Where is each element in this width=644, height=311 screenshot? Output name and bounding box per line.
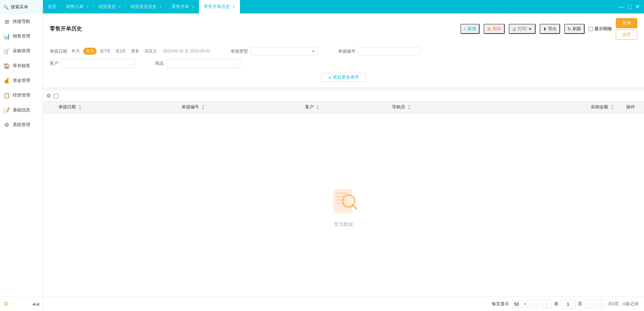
delete-icon: 🗑	[487, 27, 491, 32]
display-detail-label: 显示明细	[594, 26, 612, 32]
shortcut-last-month[interactable]: 近1月	[114, 48, 128, 55]
collapse-label: 收起更多条件	[333, 74, 359, 80]
customer-ellipsis-icon[interactable]: ...	[128, 60, 132, 66]
sidebar-item-label: 系统管理	[13, 122, 30, 128]
tab-bar-actions: — □ ✕	[614, 3, 644, 10]
sidebar-item-operations[interactable]: 📋 经营管理	[0, 88, 43, 103]
refresh-icon: ↻	[567, 27, 571, 32]
tab-sales-return[interactable]: 销货退货 ×	[94, 0, 126, 13]
shortcut-yesterday[interactable]: 昨天	[70, 48, 82, 55]
query-set-buttons: 查询 设置	[616, 18, 637, 40]
col-salesperson-sort[interactable]: ▲▼	[408, 104, 411, 110]
print-dropdown-icon: ▼	[528, 27, 532, 32]
page-size-wrapper: 20 50 100 ▼	[512, 301, 529, 308]
tab-retail-open-history[interactable]: 零售开单历史 ×	[199, 0, 240, 13]
doc-type-select[interactable]	[251, 47, 318, 55]
tab-sales-return-close[interactable]: ×	[118, 4, 121, 9]
customer-input-wrapper[interactable]: ...	[61, 59, 135, 68]
sidebar-search-btn[interactable]: 🔍 搜索采单	[0, 0, 43, 14]
col-amount-label: 实销金额	[591, 104, 608, 109]
delete-button[interactable]: 🗑 删除	[484, 24, 505, 34]
tab-sales-return-history[interactable]: 销货退货历史 ×	[126, 0, 167, 13]
page-size-select[interactable]: 20 50 100	[512, 301, 529, 308]
sidebar-bottom: ⚙ ◀◀	[0, 297, 43, 311]
filter-product: 商品 ...	[155, 59, 240, 68]
sidebar-item-purchase-mgmt[interactable]: 🛒 采购管理	[0, 44, 43, 58]
filter-area: 单据日期 昨天 今天 近7天 近1月 更多 自定义 2023-06-02 至 2…	[50, 44, 637, 88]
collapse-sidebar-icon[interactable]: ◀◀	[32, 301, 39, 307]
col-salesperson[interactable]: 导购员 ▲▼	[389, 101, 494, 113]
svg-rect-5	[336, 203, 342, 204]
export-button[interactable]: ⬆ 导出	[540, 24, 560, 34]
collapse-button[interactable]: ∧ 收起更多条件	[321, 73, 366, 82]
col-actions: 操作	[617, 101, 644, 113]
print-button[interactable]: 🖨 打印 ▼	[509, 24, 536, 34]
product-ellipsis-icon[interactable]: ...	[233, 60, 237, 66]
display-detail-checkbox[interactable]	[589, 27, 593, 31]
next-page-btn[interactable]: ⟩	[585, 300, 594, 308]
tab-sales-return-history-label: 销货退货历史	[131, 4, 157, 10]
doc-no-input[interactable]	[358, 47, 420, 55]
first-page-btn[interactable]: ⟨⟨	[531, 300, 540, 308]
print-icon: 🖨	[512, 27, 516, 32]
sidebar-item-label: 销售管理	[13, 33, 30, 39]
table-settings-icon[interactable]: ⚙	[46, 93, 51, 99]
col-amount-sort[interactable]: ▲▼	[611, 104, 614, 110]
tab-sales-return-history-close[interactable]: ×	[159, 4, 162, 9]
sidebar-item-sys-mgmt[interactable]: ⚙ 系统管理	[0, 117, 43, 132]
prev-page-btn[interactable]: ⟨	[543, 300, 551, 308]
sidebar: 🔍 搜索采单 ⊞ 快捷导航 📊 销售管理 🛒 采购管理 🏠 库存核算 💰 资金管…	[0, 0, 43, 311]
tab-sales-order-label: 销售订单	[66, 4, 84, 10]
product-input[interactable]	[169, 61, 233, 66]
sidebar-item-sales-mgmt[interactable]: 📊 销售管理	[0, 29, 43, 44]
sidebar-item-label: 快捷导航	[13, 18, 30, 24]
refresh-button[interactable]: ↻ 刷新	[564, 24, 585, 34]
col-doc-no[interactable]: 单据编号 ▲▼	[178, 101, 301, 113]
display-detail-checkbox-label[interactable]: 显示明细	[589, 26, 612, 32]
customer-input[interactable]	[64, 61, 128, 66]
tab-close-all-icon[interactable]: ✕	[635, 3, 640, 10]
settings-bottom-icon[interactable]: ⚙	[3, 300, 9, 308]
page-number-input[interactable]	[561, 300, 575, 308]
date-shortcuts: 昨天 今天 近7天 近1月 更多 自定义	[70, 48, 159, 55]
tab-retail-open-close[interactable]: ×	[192, 4, 194, 9]
col-doc-no-sort[interactable]: ▲▼	[202, 104, 205, 110]
sidebar-item-finance[interactable]: 💰 资金管理	[0, 73, 43, 88]
inventory-icon: 🏠	[3, 62, 10, 69]
product-input-wrapper[interactable]: ...	[166, 59, 240, 68]
export-icon: ⬆	[543, 27, 547, 32]
collapse-row: ∧ 收起更多条件	[50, 71, 637, 84]
shortcut-custom[interactable]: 自定义	[143, 48, 159, 55]
col-date[interactable]: 单据日期 ▲▼	[55, 101, 178, 113]
sidebar-item-quick-nav[interactable]: ⊞ 快捷导航	[0, 14, 43, 29]
empty-illustration	[327, 183, 360, 216]
tab-minimize-icon[interactable]: —	[618, 3, 625, 10]
col-date-sort[interactable]: ▲▼	[79, 104, 82, 110]
sidebar-item-basic-info[interactable]: 📝 基础信息	[0, 103, 43, 117]
query-button[interactable]: 查询	[616, 18, 637, 28]
export-label: 导出	[548, 26, 557, 32]
col-customer[interactable]: 客户 ▲▼	[302, 101, 389, 113]
filter-customer: 客户 ...	[50, 59, 135, 68]
operations-icon: 📋	[3, 92, 10, 99]
col-customer-sort[interactable]: ▲▼	[316, 104, 319, 110]
shortcut-more[interactable]: 更多	[129, 48, 141, 55]
last-page-btn[interactable]: ⟩⟩	[596, 300, 605, 308]
settings-button[interactable]: 设置	[616, 30, 637, 40]
col-amount[interactable]: 实销金额 ▲▼	[494, 101, 617, 113]
finance-icon: 💰	[3, 77, 10, 84]
tab-retail-open[interactable]: 零售开单 ×	[167, 0, 199, 13]
sidebar-item-inventory[interactable]: 🏠 库存核算	[0, 58, 43, 73]
add-button[interactable]: + 新增	[460, 24, 480, 34]
content-area: 零售开单历史 + 新增 🗑 删除 🖨 打印 ▼	[43, 13, 644, 311]
tab-retail-open-history-close[interactable]: ×	[233, 4, 235, 9]
shortcut-last7[interactable]: 近7天	[98, 48, 112, 55]
tab-maximize-icon[interactable]: □	[628, 3, 632, 10]
sidebar-item-label: 资金管理	[13, 77, 30, 84]
shortcut-today[interactable]: 今天	[83, 48, 97, 55]
tab-home[interactable]: 首页	[43, 0, 61, 13]
tab-sales-order-close[interactable]: ×	[86, 4, 89, 9]
tab-sales-order[interactable]: 销售订单 ×	[61, 0, 94, 13]
sidebar-item-label: 采购管理	[13, 48, 30, 54]
select-all-checkbox[interactable]	[54, 94, 58, 98]
